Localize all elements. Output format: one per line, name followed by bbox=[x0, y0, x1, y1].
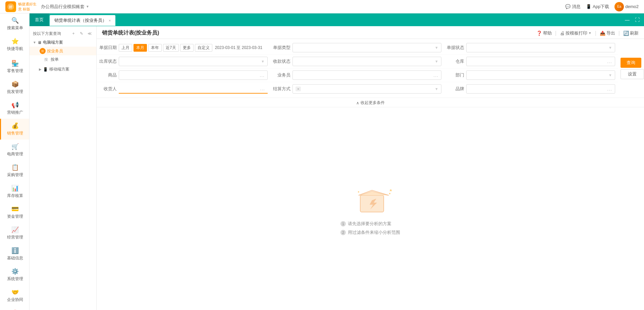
settlement-input[interactable]: × ▼ bbox=[292, 84, 441, 94]
sidebar-item-marketing[interactable]: 📢 营销推广 bbox=[0, 98, 29, 119]
settlement-tag-close[interactable]: × bbox=[297, 87, 299, 91]
brand-label: 品牌 bbox=[447, 86, 464, 92]
sidebar-item-shortcut[interactable]: ⭐ 快捷导航 bbox=[0, 34, 29, 55]
goods-input[interactable]: ... bbox=[119, 70, 268, 80]
consignee-label: 收货人 bbox=[99, 86, 117, 92]
app-download-action[interactable]: 📱 App下载 bbox=[586, 4, 609, 10]
left-panel-header: 按以下方案查询 + ✎ ≪ bbox=[30, 29, 96, 38]
date-btn-this-month[interactable]: 本月 bbox=[133, 44, 147, 52]
sidebar-item-search[interactable]: 🔍 搜索菜单 bbox=[0, 13, 29, 34]
enterprise-icon: 🤝 bbox=[11, 289, 19, 296]
tab-close-icon[interactable]: × bbox=[109, 18, 111, 22]
svg-text:好: 好 bbox=[9, 5, 13, 9]
sidebar-item-sales[interactable]: 💰 销售管理 bbox=[0, 119, 29, 140]
goods-cell: 商品 ... bbox=[97, 70, 270, 80]
export-action[interactable]: 📤 导出 bbox=[600, 30, 615, 36]
date-btn-custom[interactable]: 自定义 bbox=[195, 44, 212, 52]
sidebar-item-business[interactable]: 📈 经营管理 bbox=[0, 223, 29, 244]
sidebar-item-ecommerce[interactable]: 🛒 电商管理 bbox=[0, 140, 29, 160]
tab-expand-btn[interactable]: ⛶ bbox=[633, 16, 641, 24]
computer-group-header[interactable]: ▼ 🖥 电脑端方案 bbox=[30, 38, 96, 47]
settlement-cell: 结算方式 × ▼ bbox=[270, 84, 444, 94]
warehouse-input[interactable]: ... bbox=[466, 57, 615, 66]
settings-button[interactable]: 设置 bbox=[621, 69, 644, 79]
tabs-actions: — ⛶ bbox=[623, 16, 644, 24]
date-btn-last-month[interactable]: 上月 bbox=[119, 44, 132, 52]
sidebar-item-retail[interactable]: 🏪 零售管理 bbox=[0, 56, 29, 77]
logo-text: 畅捷通好生意 标版 bbox=[18, 2, 38, 11]
collapse-more-btn[interactable]: ∧ 收起更多条件 bbox=[354, 99, 387, 106]
page-container: 按以下方案查询 + ✎ ≪ ▼ 🖥 电脑端方案 按 按业务员 bbox=[30, 26, 644, 310]
sidebar-item-purchase[interactable]: 📋 采购管理 bbox=[0, 160, 29, 181]
doc-status-input[interactable]: ▼ bbox=[466, 43, 615, 52]
doc-type-arrow: ▼ bbox=[435, 46, 438, 50]
header-right: 💬 消息 📱 App下载 Ea demo2 bbox=[565, 2, 639, 11]
page-header-actions: ❓ 帮助 | 🖨 按模板打印 ▼ | 📤 导出 bbox=[536, 30, 639, 36]
doc-type-label: 单据类型 bbox=[273, 45, 290, 51]
edit-scheme-btn[interactable]: ✎ bbox=[78, 30, 85, 37]
tab-current[interactable]: 销货单统计表（按业务员） × bbox=[50, 15, 115, 26]
filter-section: 单据日期 上月 本月 本年 近7天 更多 自定义 2023-03-01 至 20… bbox=[97, 39, 644, 107]
computer-group-arrow: ▼ bbox=[33, 41, 36, 44]
svg-point-3 bbox=[358, 191, 359, 193]
refresh-action[interactable]: 🔄 刷新 bbox=[623, 30, 639, 36]
settlement-tag[interactable]: × bbox=[296, 87, 301, 91]
query-button[interactable]: 查询 bbox=[621, 58, 641, 68]
print-action[interactable]: 🖨 按模板打印 ▼ bbox=[560, 30, 592, 36]
sidebar-item-system[interactable]: ⚙️ 系统管理 bbox=[0, 264, 29, 285]
user-action[interactable]: Ea demo2 bbox=[614, 2, 639, 11]
dept-input[interactable]: ▼ bbox=[466, 70, 615, 80]
empty-state: 1 请先选择要分析的方案 2 用过滤条件来缩小分析范围 bbox=[340, 182, 400, 236]
consignee-input[interactable]: ... bbox=[119, 84, 268, 94]
app-title-dropdown[interactable]: 办公用品行业模拟账套 ▼ bbox=[41, 4, 89, 10]
tree-child-salesperson[interactable]: 按 按业务员 bbox=[30, 47, 96, 55]
receipt-status-input[interactable]: ▼ bbox=[292, 57, 441, 66]
tab-home[interactable]: 首页 bbox=[30, 13, 49, 26]
sidebar-search-label: 搜索菜单 bbox=[7, 25, 23, 31]
mobile-group-header[interactable]: ▶ 📱 移动端方案 bbox=[30, 65, 96, 73]
divider-3: | bbox=[619, 30, 620, 36]
message-action[interactable]: 💬 消息 bbox=[565, 4, 581, 10]
out-status-label: 出库状态 bbox=[99, 58, 117, 64]
salesperson-cell: 业务员 ... bbox=[270, 70, 444, 80]
hint-2-num: 2 bbox=[340, 230, 346, 235]
sidebar-item-finance[interactable]: 💳 资金管理 bbox=[0, 202, 29, 223]
sidebar-item-wholesale[interactable]: 📦 批发管理 bbox=[0, 77, 29, 98]
salesperson-input[interactable]: ... bbox=[292, 70, 441, 80]
print-label: 按模板打印 bbox=[566, 30, 587, 36]
salesperson-label: 业务员 bbox=[273, 72, 290, 78]
print-arrow-icon: ▼ bbox=[588, 31, 592, 35]
help-label: 帮助 bbox=[543, 30, 552, 36]
tab-collapse-btn[interactable]: — bbox=[623, 16, 631, 24]
sidebar-inventory-label: 库存核算 bbox=[7, 193, 23, 199]
date-btn-this-year[interactable]: 本年 bbox=[148, 44, 162, 52]
date-btn-7days[interactable]: 近7天 bbox=[163, 44, 179, 52]
computer-group: ▼ 🖥 电脑端方案 按 按业务员 按 按单 bbox=[30, 38, 96, 65]
date-btn-more[interactable]: 更多 bbox=[180, 44, 194, 52]
brand-input[interactable]: ... bbox=[466, 84, 615, 94]
date-cell: 单据日期 上月 本月 本年 近7天 更多 自定义 2023-03-01 至 20… bbox=[97, 44, 270, 52]
add-scheme-btn[interactable]: + bbox=[70, 30, 77, 37]
collapse-panel-btn[interactable]: ≪ bbox=[86, 30, 93, 37]
app-title: 办公用品行业模拟账套 bbox=[41, 4, 85, 10]
sidebar-item-basic[interactable]: ℹ️ 基础信息 bbox=[0, 244, 29, 264]
sidebar-item-newbie[interactable]: 🎯 新手引导 bbox=[0, 306, 29, 310]
collapse-arrow-icon: ∧ bbox=[356, 101, 359, 105]
help-action[interactable]: ❓ 帮助 bbox=[536, 30, 552, 36]
message-icon: 💬 bbox=[565, 4, 571, 9]
sidebar-finance-label: 资金管理 bbox=[7, 214, 23, 219]
svg-point-4 bbox=[389, 193, 390, 194]
out-status-input[interactable]: ▼ bbox=[119, 57, 268, 66]
date-range-text: 2023-03-01 至 2023-03-31 bbox=[215, 45, 262, 51]
sidebar-item-enterprise[interactable]: 🤝 企业协同 bbox=[0, 285, 29, 306]
tree-subchild-doc[interactable]: 按 按单 bbox=[30, 55, 96, 64]
search-icon: 🔍 bbox=[11, 17, 19, 24]
sidebar-item-inventory[interactable]: 📊 库存核算 bbox=[0, 181, 29, 202]
doc-type-input[interactable]: ▼ bbox=[292, 43, 441, 52]
sales-icon: 💰 bbox=[11, 122, 19, 130]
brand-dots: ... bbox=[607, 86, 612, 92]
page-header: 销货单统计表(按业务员) ❓ 帮助 | 🖨 按模板打印 ▼ | bbox=[97, 26, 644, 39]
sidebar-wholesale-label: 批发管理 bbox=[7, 89, 23, 95]
sidebar-marketing-label: 营销推广 bbox=[7, 110, 23, 115]
hint-2-text: 用过滤条件来缩小分析范围 bbox=[348, 229, 400, 236]
